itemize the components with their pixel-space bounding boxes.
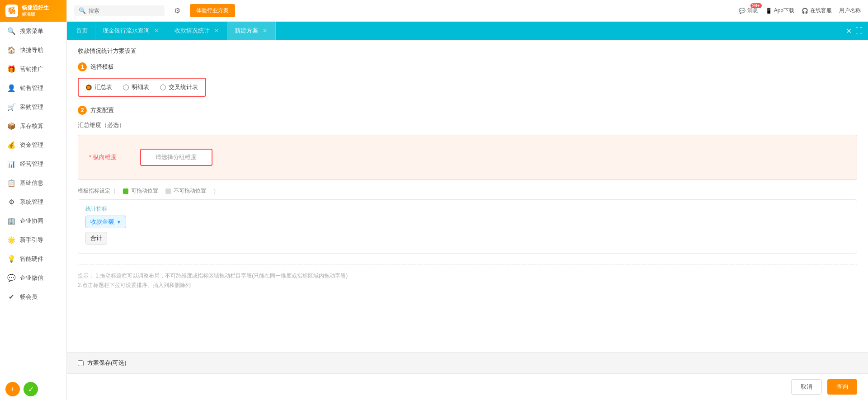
search-input[interactable] [89, 8, 152, 14]
tab-cashflow[interactable]: 现金银行流水查询 ✕ [95, 22, 167, 40]
tab-newplan[interactable]: 新建方案 ✕ [227, 22, 276, 40]
draggable-dot [123, 188, 128, 194]
sidebar: 畅 畅捷通好生 标准版 🔍 搜索菜单 🏠 快捷导航 🎁 营销推广 👤 销售管理 … [0, 0, 67, 400]
logo-text: 畅捷通好生 标准版 [22, 5, 49, 18]
stat-group-label: 统计指标 [85, 205, 849, 213]
save-option: 方案保存(可选) [67, 352, 868, 373]
settings-button[interactable]: ⚙ [170, 4, 184, 18]
support-button[interactable]: 🎧 在线客服 [802, 7, 832, 14]
sidebar-item-label: 新手引导 [20, 236, 43, 244]
sidebar-item-quicknav[interactable]: 🏠 快捷导航 [0, 41, 66, 60]
non-draggable-legend: 不可拖动位置 [165, 187, 206, 195]
tab-cashflow-close[interactable]: ✕ [153, 28, 160, 34]
sidebar-logo: 畅 畅捷通好生 标准版 [0, 0, 66, 22]
dimension-area: * 纵向维度 —— 请选择分组维度 [78, 135, 857, 180]
dimension-placeholder[interactable]: 请选择分组维度 [140, 149, 212, 166]
tab-close-all-icon[interactable]: ✕ [846, 27, 852, 35]
sidebar-item-label: 营销推广 [20, 65, 43, 73]
draggable-legend: 可拖动位置 [123, 187, 158, 195]
tip-line-1: 提示： 1.拖动标题栏可以调整布局，不可跨维度或指标区域拖动栏目字段(只能在同一… [78, 272, 857, 280]
sidebar-item-capital[interactable]: 💰 资金管理 [0, 136, 66, 155]
header-right: 💬 消息 99+ 📱 App下载 🎧 在线客服 用户名称 [739, 7, 861, 14]
template-cross[interactable]: 交叉统计表 [160, 83, 198, 91]
sidebar-nav: 🔍 搜索菜单 🏠 快捷导航 🎁 营销推广 👤 销售管理 🛒 采购管理 📦 库存核… [0, 22, 66, 378]
sidebar-footer: + ✓ [0, 378, 66, 400]
sidebar-item-label: 智能硬件 [20, 255, 43, 263]
sidebar-footer-btn2[interactable]: ✓ [24, 382, 38, 396]
sidebar-item-label: 资金管理 [20, 141, 43, 149]
sidebar-item-search[interactable]: 🔍 搜索菜单 [0, 22, 66, 41]
sidebar-item-operation[interactable]: 📊 经营管理 [0, 155, 66, 174]
sidebar-item-sales[interactable]: 👤 销售管理 [0, 79, 66, 98]
stat-tag-row: 收款金额 ▼ [85, 216, 849, 228]
template-detail-radio[interactable] [123, 85, 129, 90]
step1-section: 1 选择模板 汇总表 明细表 交叉统计表 [78, 62, 857, 97]
step2-header: 2 方案配置 [78, 106, 857, 115]
sidebar-item-smarthw[interactable]: 💡 智能硬件 [0, 249, 66, 268]
download-button[interactable]: 📱 App下载 [765, 7, 794, 14]
chart-icon: 📊 [7, 160, 15, 168]
step2-title: 方案配置 [90, 106, 114, 114]
sidebar-item-wechat[interactable]: 💬 企业微信 [0, 268, 66, 287]
sidebar-item-member[interactable]: ✔ 畅会员 [0, 287, 66, 306]
stat-sub-tag-total: 合计 [85, 232, 107, 245]
page-content: 收款情况统计方案设置 1 选择模板 汇总表 明细表 [67, 40, 868, 400]
save-plan-label[interactable]: 方案保存(可选) [87, 359, 127, 367]
user-icon: 👤 [7, 84, 15, 92]
step1-header: 1 选择模板 [78, 62, 857, 71]
save-plan-checkbox[interactable] [78, 360, 84, 366]
star-icon: 🌟 [7, 236, 15, 244]
dimension-arrow-icon: —— [122, 154, 135, 161]
search-icon: 🔍 [79, 7, 86, 14]
sidebar-item-inventory[interactable]: 📦 库存核算 [0, 117, 66, 136]
chat-icon: 💬 [7, 274, 15, 282]
template-options: 汇总表 明细表 交叉统计表 [78, 78, 206, 97]
tab-expand-icon[interactable]: ⛶ [855, 27, 863, 35]
dimension-row: * 纵向维度 —— 请选择分组维度 [89, 149, 212, 166]
template-summary[interactable]: 汇总表 [86, 83, 112, 91]
step2-num: 2 [78, 106, 87, 115]
template-detail[interactable]: 明细表 [123, 83, 149, 91]
tab-newplan-close[interactable]: ✕ [262, 28, 268, 34]
step1-title: 选择模板 [90, 63, 114, 71]
tab-collection-close[interactable]: ✕ [213, 28, 220, 34]
query-button[interactable]: 查询 [827, 379, 857, 395]
sidebar-item-enterprise[interactable]: 🏢 企业协同 [0, 212, 66, 231]
sidebar-item-basicinfo[interactable]: 📋 基础信息 [0, 174, 66, 193]
cart-icon: 🛒 [7, 103, 15, 111]
step2-section: 2 方案配置 汇总维度（必选） * 纵向维度 —— 请选择分组维度 [78, 106, 857, 289]
stat-tag-dropdown-icon[interactable]: ▼ [117, 220, 121, 225]
sidebar-item-system[interactable]: ⚙ 系统管理 [0, 193, 66, 212]
tip-line-2: 2.点击标题栏下拉可设置排序、插入列和删除列 [78, 282, 857, 289]
search-icon: 🔍 [7, 27, 15, 35]
trial-button[interactable]: 体验行业方案 [190, 4, 235, 17]
tab-collection[interactable]: 收款情况统计 ✕ [167, 22, 227, 40]
sidebar-item-newguide[interactable]: 🌟 新手引导 [0, 231, 66, 249]
sidebar-item-label: 销售管理 [20, 84, 43, 92]
top-header: 🔍 ⚙ 体验行业方案 💬 消息 99+ 📱 App下载 🎧 在线客服 用户名称 [67, 0, 868, 22]
sidebar-footer-btn1[interactable]: + [5, 382, 20, 396]
template-cross-radio[interactable] [160, 85, 166, 90]
sidebar-item-purchase[interactable]: 🛒 采购管理 [0, 98, 66, 117]
sidebar-item-label: 基础信息 [20, 179, 43, 187]
vertical-dimension-label: * 纵向维度 [89, 153, 117, 161]
page-title: 收款情况统计方案设置 [78, 47, 857, 55]
cancel-button[interactable]: 取消 [791, 379, 822, 395]
indicators-container: 统计指标 收款金额 ▼ 合计 [78, 199, 857, 254]
sidebar-item-label: 经营管理 [20, 160, 43, 168]
notification-button[interactable]: 💬 消息 99+ [739, 7, 758, 14]
box-icon: 📦 [7, 122, 15, 130]
drag-legend: 模板指标设定（ 可拖动位置 不可拖动位置 ） [78, 187, 857, 195]
logo-icon: 畅 [5, 5, 18, 17]
template-summary-radio[interactable] [86, 85, 92, 90]
tab-bar: 首页 现金银行流水查询 ✕ 收款情况统计 ✕ 新建方案 ✕ ✕ ⛶ [67, 22, 868, 40]
sidebar-item-marketing[interactable]: 🎁 营销推广 [0, 60, 66, 79]
sidebar-item-label: 系统管理 [20, 198, 43, 206]
stat-tag-amount[interactable]: 收款金额 ▼ [85, 216, 126, 228]
tab-home[interactable]: 首页 [69, 22, 95, 40]
message-icon: 💬 [739, 8, 745, 14]
user-info[interactable]: 用户名称 [839, 7, 861, 14]
search-area[interactable]: 🔍 [74, 5, 165, 16]
sidebar-item-label: 采购管理 [20, 103, 43, 111]
gift-icon: 🎁 [7, 65, 15, 73]
